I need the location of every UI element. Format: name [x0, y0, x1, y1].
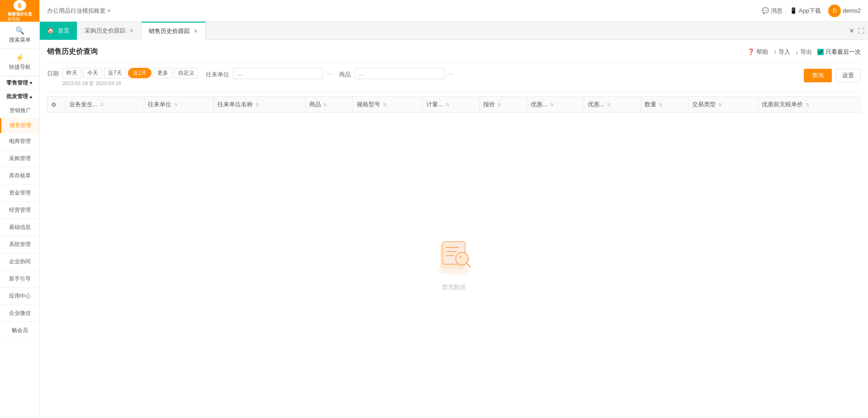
sort-icon: ⇅ — [100, 102, 104, 107]
account-selector[interactable]: 办公用品行业模拟账套 ▾ — [47, 7, 111, 15]
sidebar-item-membership[interactable]: 畅会员 — [0, 322, 39, 339]
home-icon: 🏠 — [47, 27, 54, 34]
help-icon: ❓ — [747, 48, 755, 55]
sort-icon: ⇅ — [550, 102, 554, 107]
date-btn-today[interactable]: 今天 — [83, 68, 102, 78]
col-business-date[interactable]: 业务发生... ⇅ — [66, 97, 144, 113]
logo-icon: 6 — [14, 0, 26, 11]
sidebar-item-purchase[interactable]: 采购管理 — [0, 150, 39, 167]
date-btn-last1month[interactable]: 近1月 — [128, 68, 152, 78]
sidebar-item-system[interactable]: 系统管理 — [0, 236, 39, 253]
sidebar-item-inventory[interactable]: 库存核算 — [0, 167, 39, 185]
sidebar-item-newbie[interactable]: 新手引导 — [0, 271, 39, 288]
col-discount2[interactable]: 优惠... ⇅ — [584, 97, 641, 113]
col-pre-tax-price[interactable]: 优惠前无税单价 ⇅ — [758, 97, 861, 113]
tab-label: 首页 — [58, 27, 70, 35]
data-table: ⚙ 业务发生... ⇅ 往来单位 ⇅ 往来单位名称 ⇅ — [47, 96, 861, 113]
table-container: ⚙ 业务发生... ⇅ 往来单位 ⇅ 往来单位名称 ⇅ — [47, 96, 861, 411]
sidebar-item-ecommerce[interactable]: 电商管理 — [0, 133, 39, 150]
col-unit[interactable]: 计量... ⇅ — [423, 97, 480, 113]
topbar-left: 办公用品行业模拟账套 ▾ — [47, 7, 111, 15]
user-menu[interactable]: D demo2 — [828, 5, 861, 17]
date-btn-more[interactable]: 更多 — [153, 68, 172, 78]
export-button[interactable]: ↓ 导出 — [796, 48, 812, 56]
settings-icon: ⚙ — [51, 101, 57, 108]
close-all-tabs-button[interactable]: ✕ — [849, 27, 854, 34]
tab-purchase[interactable]: 采购历史价跟踪 ✕ — [77, 22, 142, 40]
maximize-button[interactable]: ⛶ — [858, 27, 864, 34]
sidebar-item-quick-nav[interactable]: ⚡ 快捷导航 — [0, 49, 39, 76]
sort-icon: ⇅ — [607, 102, 610, 107]
col-source-unit[interactable]: 往来单位 ⇅ — [144, 97, 214, 113]
col-product[interactable]: 商品 ⇅ — [305, 97, 353, 113]
message-button[interactable]: 💬 消息 — [762, 7, 783, 15]
col-quantity[interactable]: 数量 ⇅ — [641, 97, 689, 113]
empty-state: 暂无数据 — [47, 113, 861, 411]
svg-line-7 — [467, 263, 470, 267]
sidebar-item-apps[interactable]: 应用中心 — [0, 288, 39, 305]
col-label: 优惠前无税单价 — [762, 101, 803, 108]
help-button[interactable]: ❓ 帮助 — [747, 48, 768, 56]
sidebar-item-wholesale[interactable]: 批发管理 ▲ — [0, 90, 39, 103]
product-filter-group: 商品 ··· — [339, 68, 453, 79]
sort-icon: ⇅ — [383, 102, 387, 107]
sidebar-item-label: 库存核算 — [9, 172, 31, 180]
app-download-button[interactable]: 📱 App下载 — [790, 7, 821, 15]
tab-label: 销售历史价跟踪 — [149, 27, 190, 35]
import-button[interactable]: ↑ 导入 — [774, 48, 790, 56]
date-btn-last7days[interactable]: 近7天 — [104, 68, 126, 78]
settings-button[interactable]: 设置 — [835, 69, 861, 82]
only-last-checkbox[interactable] — [817, 49, 824, 55]
main-area: 办公用品行业模拟账套 ▾ 💬 消息 📱 App下载 D demo2 🏠 首页 — [40, 0, 868, 418]
sidebar-item-marketing[interactable]: 营销推广 — [0, 103, 39, 118]
sidebar-item-finance[interactable]: 资金管理 — [0, 185, 39, 202]
sidebar-item-label: 销售管理 — [9, 122, 31, 128]
tab-close-purchase[interactable]: ✕ — [129, 28, 134, 33]
topbar-right: 💬 消息 📱 App下载 D demo2 — [762, 5, 861, 17]
sidebar-item-label: 基础信息 — [9, 223, 31, 231]
date-btn-custom[interactable]: 自定义 — [174, 68, 198, 78]
col-settings[interactable]: ⚙ — [47, 97, 66, 113]
only-last-checkbox-group: 只看最后一次 — [817, 48, 861, 56]
col-trade-type[interactable]: 交易类型 ⇅ — [689, 97, 758, 113]
avatar: D — [828, 5, 841, 17]
sidebar-item-label: 电商管理 — [9, 138, 31, 145]
col-spec[interactable]: 规格型号 ⇅ — [353, 97, 423, 113]
col-label: 往来单位名称 — [217, 101, 253, 108]
only-last-label[interactable]: 只看最后一次 — [826, 48, 861, 56]
tab-close-sales[interactable]: ✕ — [193, 28, 198, 34]
chevron-up-icon: ▲ — [29, 94, 33, 99]
col-quoted-price[interactable]: 报价 ⇅ — [479, 97, 527, 113]
sidebar-item-search[interactable]: 🔍 搜索菜单 — [0, 22, 39, 49]
sidebar-item-operations[interactable]: 经营管理 — [0, 202, 39, 219]
dropdown-icon: ▾ — [108, 7, 111, 14]
date-buttons: 昨天 今天 近7天 近1月 更多 自定义 — [62, 68, 198, 78]
query-button[interactable]: 查询 — [804, 69, 832, 82]
source-unit-picker-button[interactable]: ··· — [327, 70, 332, 77]
sidebar-item-wechat[interactable]: 企业微信 — [0, 305, 39, 322]
date-options: 昨天 今天 近7天 近1月 更多 自定义 2023-02-18 至 2023-0… — [62, 68, 198, 87]
tab-sales[interactable]: 销售历史价跟踪 ✕ — [142, 22, 206, 40]
sidebar-item-basic-info[interactable]: 基础信息 — [0, 219, 39, 236]
col-source-unit-name[interactable]: 往来单位名称 ⇅ — [214, 97, 305, 113]
sidebar-item-enterprise[interactable]: 企业协同 — [0, 253, 39, 271]
app-logo: 6 畅捷通好生意标准版 — [0, 0, 39, 22]
export-label: 导出 — [800, 48, 812, 56]
col-label: 计量... — [426, 101, 443, 108]
sidebar-item-sales-mgmt[interactable]: 销售管理 — [0, 118, 39, 133]
empty-illustration — [431, 233, 476, 278]
app-name: 畅捷通好生意标准版 — [8, 12, 32, 22]
col-discount1[interactable]: 优惠... ⇅ — [527, 97, 584, 113]
date-btn-yesterday[interactable]: 昨天 — [62, 68, 81, 78]
tab-label: 采购历史价跟踪 — [85, 27, 126, 35]
product-picker-button[interactable]: ··· — [448, 70, 453, 77]
date-range-display: 2023-02-18 至 2023-03-18 — [62, 80, 198, 87]
account-name: 办公用品行业模拟账套 — [47, 7, 106, 15]
sidebar-item-retail[interactable]: 零售管理 ▼ — [0, 76, 39, 90]
product-input[interactable] — [354, 68, 445, 79]
message-label: 消息 — [771, 7, 783, 15]
source-unit-input[interactable] — [233, 68, 323, 79]
table-header-row: ⚙ 业务发生... ⇅ 往来单位 ⇅ 往来单位名称 ⇅ — [47, 97, 861, 113]
sidebar-item-label: 企业协同 — [9, 258, 31, 266]
tab-home[interactable]: 🏠 首页 — [40, 22, 77, 40]
